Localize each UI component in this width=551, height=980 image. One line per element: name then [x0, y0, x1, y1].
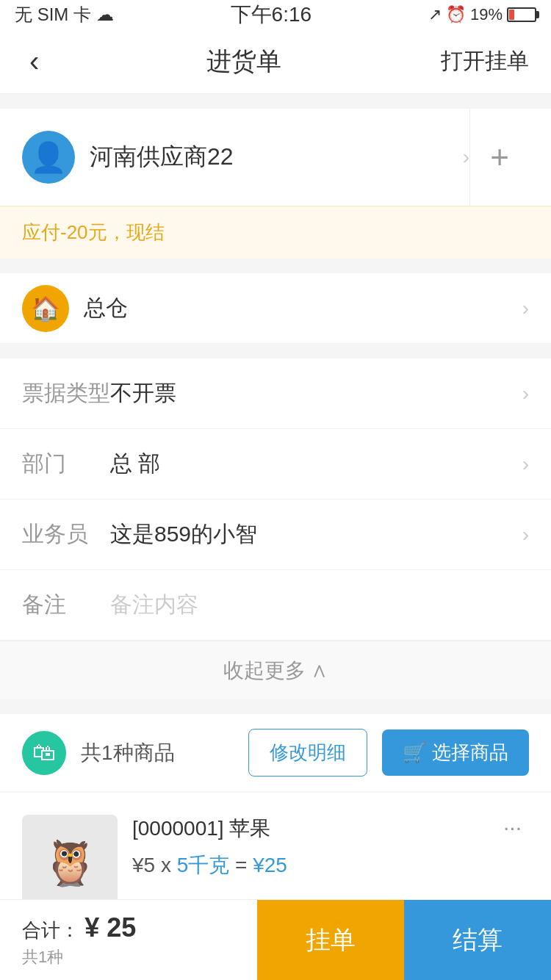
total-count: 共1种 — [22, 946, 235, 968]
hang-button[interactable]: 挂单 — [257, 900, 404, 980]
nav-bar: ‹ 进货单 打开挂单 — [0, 29, 551, 94]
battery-percent: 19% — [470, 5, 503, 24]
department-chevron-icon: › — [522, 453, 529, 476]
total-amount: ¥ 25 — [84, 912, 136, 943]
remark-label: 备注 — [22, 590, 110, 620]
ticket-type-row[interactable]: 票据类型 不开票 › — [0, 359, 551, 429]
page-title: 进货单 — [206, 45, 281, 79]
ticket-type-label: 票据类型 — [22, 378, 110, 408]
product-title: 苹果 — [229, 817, 270, 840]
info-banner: 应付-20元，现结 — [0, 206, 551, 259]
product-price: ¥5 x 5千克 = ¥25 — [132, 851, 481, 879]
supplier-avatar: 👤 — [22, 131, 75, 184]
total-section: 合计： ¥ 25 共1种 — [0, 900, 257, 980]
status-bar: 无 SIM 卡 ☁ 下午6:16 ↗ ⏰ 19% — [0, 0, 551, 29]
section-gap-2 — [0, 259, 551, 273]
product-info: [0000001] 苹果 ¥5 x 5千克 = ¥25 — [132, 815, 481, 879]
status-right: ↗ ⏰ 19% — [428, 5, 536, 24]
sim-label: 无 SIM 卡 ☁ — [15, 3, 114, 26]
line-total: ¥25 — [253, 854, 287, 876]
location-icon: ↗ — [428, 5, 442, 24]
collapse-button[interactable]: 收起更多 ∧ — [0, 641, 551, 699]
checkout-button[interactable]: 结算 — [404, 900, 551, 980]
alarm-icon: ⏰ — [446, 5, 466, 24]
product-bag-icon-circle: 🛍 — [22, 731, 66, 775]
salesperson-chevron-icon: › — [522, 523, 529, 547]
unit-price: ¥5 — [132, 854, 155, 876]
edit-detail-button[interactable]: 修改明细 — [248, 729, 367, 777]
product-code: [0000001] — [132, 817, 224, 840]
product-thumbnail: 🦉 — [22, 815, 118, 910]
ticket-type-value: 不开票 — [110, 378, 522, 408]
ticket-type-chevron-icon: › — [522, 382, 529, 406]
department-value: 总 部 — [110, 449, 522, 479]
section-gap-3 — [0, 344, 551, 359]
remark-value[interactable]: 备注内容 — [110, 590, 529, 620]
status-left: 无 SIM 卡 ☁ — [15, 3, 114, 26]
status-time: 下午6:16 — [231, 1, 312, 29]
equals-sign: = — [235, 854, 253, 876]
battery-icon — [507, 7, 536, 22]
person-icon: 👤 — [30, 140, 67, 175]
salesperson-value: 这是859的小智 — [110, 519, 522, 550]
select-product-button[interactable]: 🛒 选择商品 — [382, 729, 529, 776]
product-header: 🛍 共1种商品 修改明细 🛒 选择商品 — [0, 714, 551, 791]
chevron-right-icon: › — [463, 145, 469, 169]
cart-icon: 🛒 — [403, 741, 426, 764]
open-pending-button[interactable]: 打开挂单 — [441, 46, 529, 76]
multiply-sign: x — [161, 854, 177, 876]
supplier-section: 👤 河南供应商22 › + — [0, 109, 551, 206]
warehouse-icon: 🏠 — [31, 295, 60, 323]
department-row[interactable]: 部门 总 部 › — [0, 429, 551, 500]
product-name: [0000001] 苹果 — [132, 815, 481, 843]
bottom-bar: 合计： ¥ 25 共1种 挂单 结算 — [0, 899, 551, 980]
warehouse-icon-circle: 🏠 — [22, 285, 69, 332]
warehouse-row[interactable]: 🏠 总仓 › — [0, 273, 551, 344]
warehouse-name: 总仓 — [84, 293, 522, 323]
owl-icon: 🦉 — [43, 837, 98, 889]
add-supplier-button[interactable]: + — [470, 109, 529, 206]
total-label-text: 合计： — [22, 919, 79, 941]
salesperson-row[interactable]: 业务员 这是859的小智 › — [0, 500, 551, 570]
bag-icon: 🛍 — [32, 739, 56, 766]
salesperson-label: 业务员 — [22, 519, 110, 550]
remark-row[interactable]: 备注 备注内容 — [0, 570, 551, 641]
supplier-name: 河南供应商22 — [90, 141, 455, 173]
total-label: 合计： ¥ 25 — [22, 912, 235, 943]
warehouse-chevron-icon: › — [522, 297, 529, 320]
section-gap-4 — [0, 699, 551, 714]
product-more-button[interactable]: ··· — [496, 815, 529, 840]
section-gap-1 — [0, 94, 551, 109]
department-label: 部门 — [22, 449, 110, 479]
product-count: 共1种商品 — [81, 739, 234, 767]
select-product-label: 选择商品 — [432, 740, 508, 765]
supplier-selector[interactable]: 👤 河南供应商22 › — [22, 109, 470, 206]
quantity: 5千克 — [177, 854, 230, 876]
back-button[interactable]: ‹ — [22, 37, 46, 85]
